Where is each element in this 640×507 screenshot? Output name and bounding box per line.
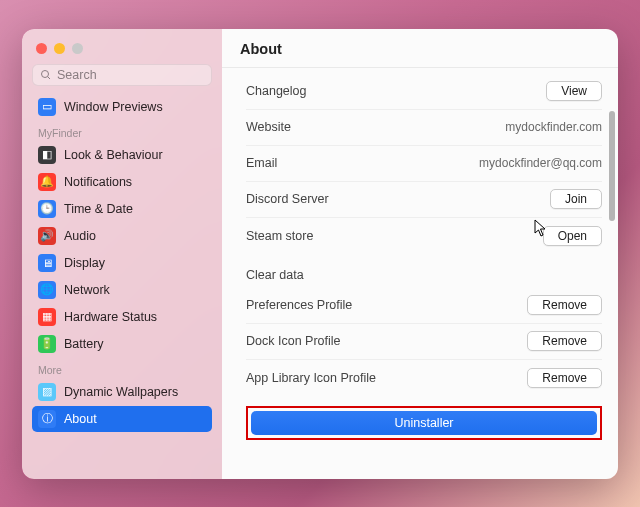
row-applib-profile: App Library Icon Profile Remove — [246, 360, 602, 396]
uninstaller-highlight: Uninstaller — [246, 406, 602, 440]
sidebar-item-look[interactable]: ◧ Look & Behaviour — [32, 142, 212, 168]
window-controls — [32, 39, 212, 64]
sidebar-item-label: Hardware Status — [64, 310, 157, 324]
sidebar-section-myfinder: MyFinder — [32, 121, 212, 141]
clear-data-heading: Clear data — [246, 254, 602, 288]
row-changelog: Changelog View — [246, 74, 602, 110]
search-icon — [40, 69, 52, 81]
sidebar-item-window-previews[interactable]: ▭ Window Previews — [32, 94, 212, 120]
row-pref-profile: Preferences Profile Remove — [246, 288, 602, 324]
zoom-icon[interactable] — [72, 43, 83, 54]
sidebar-item-label: About — [64, 412, 97, 426]
preferences-window: Search ▭ Window Previews MyFinder ◧ Look… — [22, 29, 618, 479]
sidebar-item-label: Network — [64, 283, 110, 297]
info-icon: ⓘ — [38, 410, 56, 428]
close-icon[interactable] — [36, 43, 47, 54]
sidebar-item-battery[interactable]: 🔋 Battery — [32, 331, 212, 357]
sidebar-item-audio[interactable]: 🔊 Audio — [32, 223, 212, 249]
bell-icon: 🔔 — [38, 173, 56, 191]
page-title: About — [222, 29, 618, 68]
row-discord: Discord Server Join — [246, 182, 602, 218]
remove-button[interactable]: Remove — [527, 295, 602, 315]
clock-icon: 🕒 — [38, 200, 56, 218]
about-content: Changelog View Website mydockfinder.com … — [222, 68, 618, 479]
sidebar-item-network[interactable]: 🌐 Network — [32, 277, 212, 303]
scrollbar[interactable] — [609, 71, 615, 473]
window-previews-icon: ▭ — [38, 98, 56, 116]
remove-button[interactable]: Remove — [527, 331, 602, 351]
chip-icon: ▦ — [38, 308, 56, 326]
wallpaper-icon: ▨ — [38, 383, 56, 401]
display-icon: 🖥 — [38, 254, 56, 272]
svg-point-0 — [42, 70, 49, 77]
sidebar-item-wallpapers[interactable]: ▨ Dynamic Wallpapers — [32, 379, 212, 405]
row-label: Website — [246, 120, 291, 134]
sidebar-item-label: Dynamic Wallpapers — [64, 385, 178, 399]
search-placeholder: Search — [57, 68, 97, 82]
row-label: App Library Icon Profile — [246, 371, 376, 385]
uninstaller-button[interactable]: Uninstaller — [251, 411, 597, 435]
sidebar-item-label: Battery — [64, 337, 104, 351]
row-email: Email mydockfinder@qq.com — [246, 146, 602, 182]
scrollbar-thumb[interactable] — [609, 111, 615, 221]
row-dock-profile: Dock Icon Profile Remove — [246, 324, 602, 360]
look-icon: ◧ — [38, 146, 56, 164]
sidebar: Search ▭ Window Previews MyFinder ◧ Look… — [22, 29, 222, 479]
join-button[interactable]: Join — [550, 189, 602, 209]
remove-button[interactable]: Remove — [527, 368, 602, 388]
sidebar-section-more: More — [32, 358, 212, 378]
open-button[interactable]: Open — [543, 226, 602, 246]
sidebar-item-label: Display — [64, 256, 105, 270]
sidebar-item-about[interactable]: ⓘ About — [32, 406, 212, 432]
sidebar-item-notifications[interactable]: 🔔 Notifications — [32, 169, 212, 195]
row-label: Preferences Profile — [246, 298, 352, 312]
sidebar-item-label: Time & Date — [64, 202, 133, 216]
row-label: Discord Server — [246, 192, 329, 206]
row-label: Changelog — [246, 84, 306, 98]
battery-icon: 🔋 — [38, 335, 56, 353]
minimize-icon[interactable] — [54, 43, 65, 54]
row-website: Website mydockfinder.com — [246, 110, 602, 146]
row-steam: Steam store Open — [246, 218, 602, 254]
sidebar-item-label: Notifications — [64, 175, 132, 189]
globe-icon: 🌐 — [38, 281, 56, 299]
website-value[interactable]: mydockfinder.com — [505, 120, 602, 134]
row-label: Steam store — [246, 229, 313, 243]
speaker-icon: 🔊 — [38, 227, 56, 245]
email-value[interactable]: mydockfinder@qq.com — [479, 156, 602, 170]
sidebar-item-label: Look & Behaviour — [64, 148, 163, 162]
svg-line-1 — [48, 76, 51, 79]
sidebar-item-label: Window Previews — [64, 100, 163, 114]
main-panel: About Changelog View Website mydockfinde… — [222, 29, 618, 479]
row-label: Email — [246, 156, 277, 170]
search-input[interactable]: Search — [32, 64, 212, 86]
row-label: Dock Icon Profile — [246, 334, 340, 348]
sidebar-item-display[interactable]: 🖥 Display — [32, 250, 212, 276]
sidebar-item-hardware[interactable]: ▦ Hardware Status — [32, 304, 212, 330]
sidebar-item-time[interactable]: 🕒 Time & Date — [32, 196, 212, 222]
view-button[interactable]: View — [546, 81, 602, 101]
sidebar-item-label: Audio — [64, 229, 96, 243]
